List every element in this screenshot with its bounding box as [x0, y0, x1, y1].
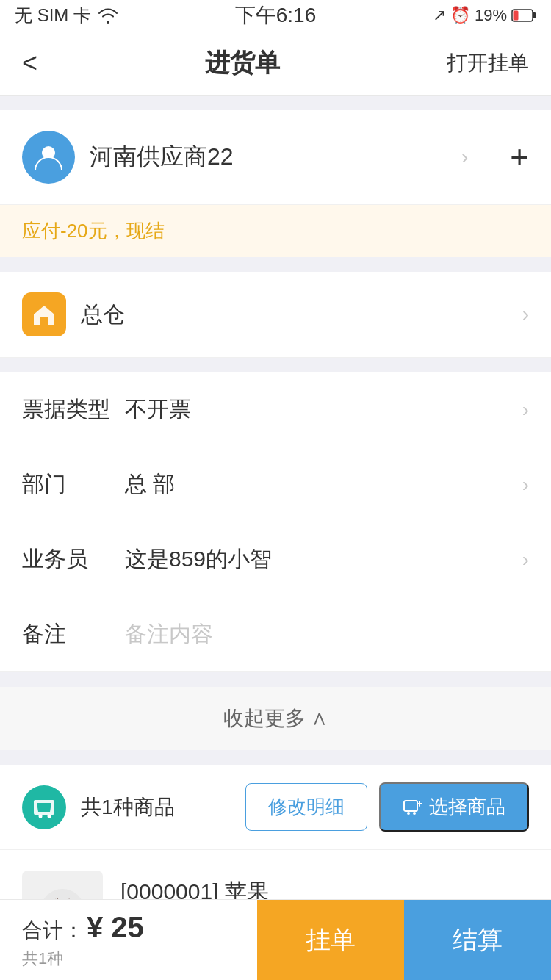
supplier-section: 河南供应商22 › + 应付-20元，现结: [0, 110, 551, 257]
supplier-name: 河南供应商22: [90, 141, 461, 173]
total-section: 合计： ¥ 25 共1种: [0, 900, 257, 980]
svg-rect-1: [533, 12, 536, 18]
back-button[interactable]: <: [22, 48, 37, 79]
page-title: 进货单: [205, 46, 280, 80]
alarm-icon: ⏰: [450, 6, 470, 25]
open-pending-button[interactable]: 打开挂单: [447, 49, 529, 77]
cart-icon: [31, 794, 57, 821]
warehouse-section: 总仓 ›: [0, 272, 551, 358]
battery-icon: [511, 9, 536, 22]
svg-point-10: [413, 812, 416, 815]
gap-top: [0, 96, 551, 110]
products-header: 共1种商品 修改明细 选择商品: [0, 765, 551, 850]
total-amount: ¥ 25: [87, 911, 144, 944]
total-label: 合计：: [22, 917, 84, 945]
warehouse-chevron-icon: ›: [522, 303, 529, 326]
bottom-bar: 合计： ¥ 25 共1种 挂单 结算: [0, 899, 551, 980]
supplier-avatar: [22, 131, 75, 184]
invoice-type-value: 不开票: [125, 394, 522, 425]
user-icon: [32, 141, 65, 173]
salesperson-value: 这是859的小智: [125, 544, 522, 574]
svg-point-9: [407, 812, 410, 815]
nav-bar: < 进货单 打开挂单: [0, 31, 551, 96]
checkout-button-label: 结算: [453, 923, 503, 957]
vertical-divider: [489, 139, 489, 176]
add-supplier-button[interactable]: +: [510, 139, 529, 176]
salesperson-label: 业务员: [22, 544, 125, 574]
department-row[interactable]: 部门 总 部 ›: [0, 447, 551, 522]
svg-rect-8: [404, 801, 417, 811]
svg-rect-4: [40, 317, 48, 326]
invoice-type-row[interactable]: 票据类型 不开票 ›: [0, 372, 551, 447]
location-icon: ↗: [433, 6, 446, 25]
select-product-label: 选择商品: [429, 794, 505, 820]
invoice-chevron-icon: ›: [522, 398, 529, 422]
collapse-label: 收起更多 ∧: [223, 707, 328, 729]
status-bar: 无 SIM 卡 下午6:16 ↗ ⏰ 19%: [0, 0, 551, 31]
supplier-chevron-icon: ›: [461, 145, 468, 169]
remark-placeholder: 备注内容: [125, 619, 529, 649]
supplier-row[interactable]: 河南供应商22 › +: [0, 110, 551, 205]
carrier-text: 无 SIM 卡: [15, 4, 91, 27]
svg-point-6: [39, 814, 43, 818]
department-label: 部门: [22, 469, 125, 500]
department-value: 总 部: [125, 469, 522, 500]
modify-detail-button[interactable]: 修改明细: [245, 783, 367, 831]
total-count: 共1种: [22, 948, 235, 970]
wifi-icon: [97, 7, 119, 24]
checkout-button[interactable]: 结算: [404, 900, 551, 980]
invoice-type-label: 票据类型: [22, 394, 125, 425]
svg-point-7: [48, 814, 51, 818]
collapse-row[interactable]: 收起更多 ∧: [0, 687, 551, 750]
battery-text: 19%: [475, 6, 507, 25]
pending-button[interactable]: 挂单: [257, 900, 404, 980]
svg-rect-2: [514, 11, 519, 21]
select-cart-icon: [403, 799, 423, 815]
status-bar-time: 下午6:16: [235, 1, 317, 29]
remark-label: 备注: [22, 619, 125, 649]
info-banner: 应付-20元，现结: [0, 205, 551, 257]
pending-button-label: 挂单: [306, 923, 356, 957]
info-banner-text: 应付-20元，现结: [22, 220, 165, 242]
warehouse-row[interactable]: 总仓 ›: [0, 272, 551, 358]
salesperson-row[interactable]: 业务员 这是859的小智 ›: [0, 522, 551, 597]
warehouse-icon: [22, 292, 66, 336]
house-icon: [31, 301, 57, 328]
warehouse-name: 总仓: [81, 300, 522, 330]
remark-row[interactable]: 备注 备注内容: [0, 597, 551, 672]
status-bar-right: ↗ ⏰ 19%: [433, 6, 536, 25]
salesperson-chevron-icon: ›: [522, 548, 529, 572]
products-count: 共1种商品: [81, 793, 245, 821]
select-product-button[interactable]: 选择商品: [379, 782, 529, 832]
form-section: 票据类型 不开票 › 部门 总 部 › 业务员 这是859的小智 › 备注 备注…: [0, 372, 551, 672]
department-chevron-icon: ›: [522, 473, 529, 497]
status-bar-left: 无 SIM 卡: [15, 4, 119, 27]
products-icon: [22, 785, 66, 829]
